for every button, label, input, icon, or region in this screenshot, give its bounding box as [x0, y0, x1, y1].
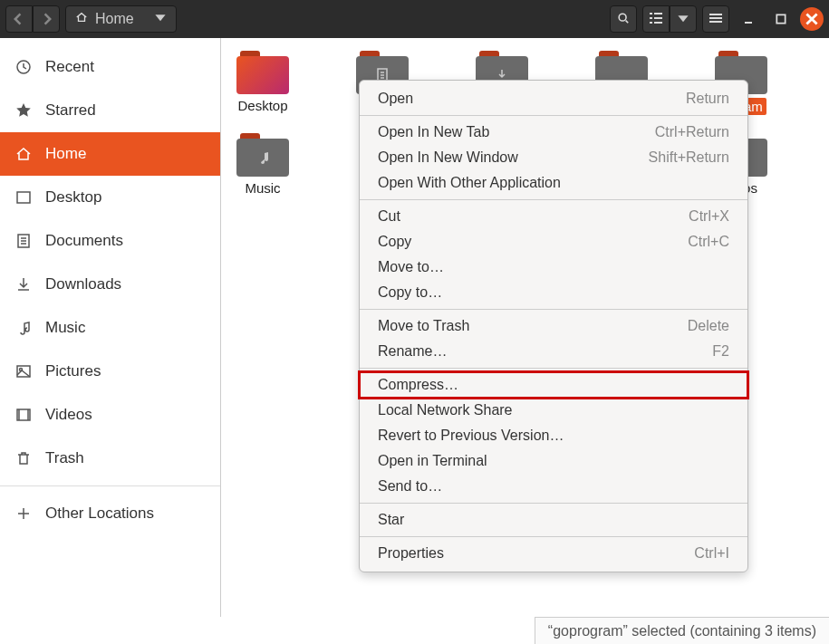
videos-icon	[14, 407, 33, 423]
sidebar-item-label: Desktop	[45, 188, 101, 207]
chevron-down-icon	[154, 11, 167, 27]
svg-rect-2	[654, 13, 662, 14]
menu-item-open-tab[interactable]: Open In New TabCtrl+Return	[360, 120, 747, 145]
hamburger-menu-button[interactable]	[702, 5, 729, 33]
sidebar-item-documents[interactable]: Documents	[0, 219, 220, 263]
plus-icon	[14, 505, 33, 522]
menu-item-properties[interactable]: PropertiesCtrl+I	[360, 541, 747, 566]
menu-item-share[interactable]: Local Network Share	[360, 398, 747, 423]
sidebar-item-label: Other Locations	[45, 505, 154, 523]
svg-rect-9	[709, 21, 722, 23]
search-button[interactable]	[610, 5, 637, 33]
downloads-icon	[14, 276, 33, 293]
status-text: “goprogram” selected (containing 3 items…	[548, 623, 816, 639]
folder-desktop[interactable]: Desktop	[230, 51, 295, 115]
menu-item-copy[interactable]: CopyCtrl+C	[360, 229, 747, 255]
trash-icon	[14, 450, 33, 466]
chevron-down-icon	[677, 12, 689, 27]
sidebar-item-label: Recent	[45, 58, 94, 76]
menu-item-open[interactable]: OpenReturn	[360, 86, 747, 111]
home-icon	[75, 11, 88, 27]
menu-item-trash[interactable]: Move to TrashDelete	[360, 313, 747, 339]
svg-rect-12	[17, 192, 30, 203]
desktop-icon	[14, 189, 33, 206]
folder-music[interactable]: Music	[230, 133, 295, 196]
music-icon	[236, 139, 289, 177]
sidebar-item-label: Pictures	[45, 362, 101, 380]
menu-item-rename[interactable]: Rename…F2	[360, 339, 747, 364]
home-icon	[14, 146, 33, 162]
menu-item-move-to[interactable]: Move to…	[360, 255, 747, 280]
maximize-button[interactable]	[767, 5, 795, 33]
menu-item-star[interactable]: Star	[360, 507, 747, 533]
sidebar-item-label: Music	[45, 319, 85, 337]
list-icon	[650, 12, 662, 27]
music-icon	[14, 320, 33, 336]
svg-point-0	[619, 14, 626, 21]
folder-label: Desktop	[237, 98, 287, 113]
menu-item-send[interactable]: Send to…	[360, 474, 747, 499]
folder-label: Music	[245, 180, 280, 196]
documents-icon	[14, 233, 33, 249]
forward-button[interactable]	[33, 5, 60, 33]
minimize-button[interactable]	[735, 5, 762, 33]
sidebar-item-label: Starred	[45, 101, 96, 120]
menu-item-open-window[interactable]: Open In New WindowShift+Return	[360, 145, 747, 170]
sidebar-item-starred[interactable]: Starred	[0, 89, 220, 132]
statusbar: “goprogram” selected (containing 3 items…	[535, 617, 829, 644]
menu-item-cut[interactable]: CutCtrl+X	[360, 204, 747, 229]
pictures-icon	[14, 363, 33, 380]
sidebar-item-downloads[interactable]: Downloads	[0, 263, 220, 306]
view-list-button[interactable]	[642, 5, 670, 33]
svg-rect-8	[709, 17, 722, 19]
svg-rect-10	[776, 14, 785, 23]
titlebar: Home	[0, 0, 829, 38]
sidebar-item-label: Trash	[45, 449, 84, 467]
svg-rect-6	[654, 22, 662, 24]
sidebar-item-home[interactable]: Home	[0, 132, 220, 176]
close-button[interactable]	[800, 7, 824, 31]
menu-icon	[709, 12, 722, 27]
menu-item-open-with[interactable]: Open With Other Application	[360, 170, 747, 196]
sidebar-item-label: Home	[45, 145, 86, 163]
clock-icon	[14, 59, 33, 75]
sidebar-item-label: Downloads	[45, 275, 121, 293]
search-icon	[617, 12, 630, 27]
folder-icon	[236, 56, 289, 94]
sidebar-item-desktop[interactable]: Desktop	[0, 176, 220, 219]
sidebar-item-videos[interactable]: Videos	[0, 393, 220, 437]
back-button[interactable]	[5, 5, 33, 33]
svg-rect-3	[650, 17, 652, 19]
svg-rect-7	[709, 14, 722, 15]
sidebar-item-label: Documents	[45, 232, 123, 250]
star-icon	[14, 102, 33, 119]
view-dropdown-button[interactable]	[670, 5, 697, 33]
menu-item-compress[interactable]: Compress…	[360, 372, 747, 398]
sidebar: Recent Starred Home Desktop Documents Do…	[0, 38, 221, 617]
path-bar[interactable]: Home	[65, 5, 177, 33]
svg-rect-1	[650, 13, 652, 14]
context-menu: OpenReturn Open In New TabCtrl+Return Op…	[359, 80, 748, 572]
sidebar-item-pictures[interactable]: Pictures	[0, 350, 220, 393]
menu-item-revert[interactable]: Revert to Previous Version…	[360, 423, 747, 448]
sidebar-item-label: Videos	[45, 406, 92, 424]
svg-rect-4	[654, 17, 662, 19]
menu-item-terminal[interactable]: Open in Terminal	[360, 448, 747, 474]
sidebar-item-trash[interactable]: Trash	[0, 437, 220, 480]
menu-item-copy-to[interactable]: Copy to…	[360, 280, 747, 305]
svg-rect-5	[650, 22, 652, 24]
path-label: Home	[95, 11, 134, 27]
sidebar-item-other-locations[interactable]: Other Locations	[0, 492, 220, 535]
sidebar-item-recent[interactable]: Recent	[0, 45, 220, 89]
sidebar-item-music[interactable]: Music	[0, 306, 220, 350]
